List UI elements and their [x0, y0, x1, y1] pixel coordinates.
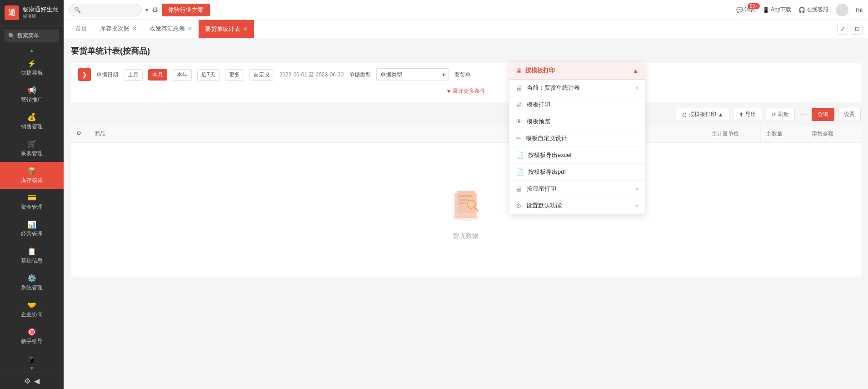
- order-qty-label: 要货单: [454, 71, 471, 79]
- tab-inventory-batch-close[interactable]: ✕: [132, 25, 137, 32]
- empty-text: 暂无数据: [453, 232, 479, 240]
- dropdown-collapse-icon[interactable]: ▲: [633, 67, 639, 74]
- filter-toggle-arrow[interactable]: ❯: [78, 68, 91, 81]
- print-template-btn[interactable]: 🖨 按模板打印 ▲: [676, 108, 729, 121]
- date-range-display: 2023-06-01 至 2023-06-30: [279, 71, 344, 79]
- sidebar-item-guide[interactable]: 🎯 新手引导: [0, 323, 64, 350]
- expand-filter-btn[interactable]: ▼ 展开更多条件: [443, 86, 489, 97]
- app-download-btn[interactable]: 📱 App下载: [763, 6, 791, 14]
- settings-btn[interactable]: 设置: [838, 108, 861, 121]
- export-btn[interactable]: ⬆ 导出: [733, 108, 762, 121]
- topbar-dropdown-arrow[interactable]: ▾: [145, 7, 148, 13]
- template-design-icon: ✏: [516, 135, 521, 142]
- sidebar-item-sales[interactable]: 💰 销售管理: [0, 108, 64, 135]
- topbar: 🔍 ▾ ⚙ 体验行业方案 💬 消息 99+ 📱 App下载 🎧 在线客服 Rit: [64, 0, 868, 20]
- order-type-arrow: ▾: [442, 71, 445, 78]
- template-print-label: 模板打印: [527, 101, 550, 109]
- page-body: 要货单统计表(按商品) ❯ 单据日期 上月 本月 本年 近7天 更多 自定义 2…: [64, 38, 868, 389]
- finance-icon: 💳: [27, 193, 36, 202]
- tab-inventory-batch[interactable]: 库存批次账 ✕: [94, 20, 143, 38]
- dropdown-item-template-design[interactable]: ✏ 模板自定义设计: [509, 130, 645, 147]
- dropdown-item-export-excel[interactable]: 📄 按模板导出excel: [509, 147, 645, 164]
- sidebar-item-basic[interactable]: 📋 基础信息: [0, 242, 64, 269]
- message-icon: 💬: [736, 7, 743, 13]
- purchase-label: 采购管理: [21, 150, 43, 157]
- refresh-btn[interactable]: ↺ 刷新: [766, 108, 795, 121]
- export-pdf-icon: 📄: [516, 168, 524, 176]
- filter-row: ❯ 单据日期 上月 本月 本年 近7天 更多 自定义 2023-06-01 至 …: [78, 68, 853, 81]
- more-btn[interactable]: ···: [798, 109, 808, 121]
- export-label: 导出: [745, 111, 756, 118]
- sidebar-item-purchase[interactable]: 🛒 采购管理: [0, 135, 64, 162]
- quick-nav-label: 快捷导航: [21, 69, 43, 77]
- date-btn-custom[interactable]: 自定义: [249, 69, 274, 81]
- system-label: 系统管理: [21, 284, 43, 292]
- sidebar-item-finance[interactable]: 💳 资金管理: [0, 189, 64, 216]
- sidebar-item-inventory[interactable]: 📦 库存核算: [0, 162, 64, 189]
- expand-filter-label: 展开更多条件: [453, 87, 485, 95]
- tab-income-summary[interactable]: 收发存汇总表 ✕: [143, 20, 199, 38]
- collapse-sidebar-icon[interactable]: ◀: [34, 377, 40, 385]
- settings-bottom-icon[interactable]: ⚙: [24, 377, 30, 385]
- sidebar-item-quick[interactable]: ⚡ 快捷导航: [0, 55, 64, 81]
- dropdown-current-item[interactable]: 🖨 当前：要货单统计表 ▾: [509, 80, 645, 96]
- logo-text: 畅康通好生意 标准版: [23, 6, 58, 20]
- topbar-search-box[interactable]: 🔍: [69, 4, 142, 16]
- template-design-label: 模板自定义设计: [526, 134, 567, 142]
- filter-bar: ❯ 单据日期 上月 本月 本年 近7天 更多 自定义 2023-06-01 至 …: [71, 63, 861, 102]
- date-btn-this-month[interactable]: 本月: [148, 69, 167, 81]
- dropdown-current-label: 当前：要货单统计表: [527, 84, 580, 92]
- col-settings: ⚙: [71, 126, 89, 142]
- sidebar-item-collab[interactable]: 🤝 企业协同: [0, 296, 64, 323]
- empty-state: 暂无数据: [71, 143, 861, 277]
- tab-maximize-btn[interactable]: ⤢: [837, 24, 848, 35]
- toolbar: 🖨 按模板打印 ▲ ⬆ 导出 ↺ 刷新 ··· 查询 设置: [71, 108, 861, 121]
- dropdown-display-print[interactable]: 🖨 按显示打印 ▾: [509, 181, 645, 197]
- user-avatar[interactable]: [836, 4, 848, 16]
- sidebar-item-marketing[interactable]: 📢 营销推广: [0, 81, 64, 108]
- export-excel-label: 按模板导出excel: [528, 151, 571, 159]
- date-btn-last-month[interactable]: 上月: [124, 69, 143, 81]
- purchase-icon: 🛒: [27, 140, 36, 148]
- search-menu-button[interactable]: 🔍 搜索菜单: [5, 30, 59, 42]
- topbar-right: 💬 消息 99+ 📱 App下载 🎧 在线客服 Rit: [736, 4, 863, 16]
- date-btn-more[interactable]: 更多: [225, 69, 244, 81]
- query-btn[interactable]: 查询: [812, 108, 834, 121]
- date-btn-this-year[interactable]: 本年: [173, 69, 192, 81]
- refresh-label: 刷新: [778, 111, 789, 118]
- dropdown-item-template-print[interactable]: 🖨 模板打印: [509, 96, 645, 113]
- tab-resize-btn[interactable]: ⊡: [852, 24, 863, 35]
- dropdown-set-default[interactable]: ⚙ 设置默认功能 ▾: [509, 197, 645, 214]
- sidebar-item-appcenter[interactable]: 📱 应用中心: [0, 350, 64, 364]
- sidebar: 通 畅康通好生意 标准版 🔍 搜索菜单 ▲ ⚡ 快捷导航 📢 营销推广 💰 销售…: [0, 0, 64, 389]
- svg-rect-3: [459, 195, 473, 197]
- tab-income-summary-close[interactable]: ✕: [188, 25, 192, 32]
- dropdown-set-default-left: ⚙ 设置默认功能: [516, 202, 562, 210]
- tabs-bar: 首页 库存批次账 ✕ 收发存汇总表 ✕ 要货单统计表 ✕ ⤢ ⊡: [64, 20, 868, 38]
- appcenter-icon: 📱: [27, 354, 36, 363]
- message-btn[interactable]: 💬 消息 99+: [736, 6, 755, 14]
- tab-order-stats-close[interactable]: ✕: [243, 26, 248, 32]
- message-badge: 99+: [748, 3, 760, 9]
- sidebar-item-operations[interactable]: 📊 经营管理: [0, 216, 64, 242]
- username-label[interactable]: Rit: [856, 7, 863, 13]
- dropdown-item-template-preview[interactable]: 👁 模板预览: [509, 113, 645, 130]
- topbar-gear-icon[interactable]: ⚙: [152, 5, 158, 14]
- sidebar-scroll-up[interactable]: ▲: [0, 45, 64, 55]
- tab-order-stats[interactable]: 要货单统计表 ✕: [199, 20, 254, 38]
- tab-home[interactable]: 首页: [69, 20, 94, 38]
- date-btn-7days[interactable]: 近7天: [197, 69, 219, 81]
- trial-btn[interactable]: 体验行业方案: [162, 4, 210, 16]
- sidebar-scroll-down[interactable]: ▼: [0, 364, 64, 373]
- date-filter-label: 单据日期: [96, 71, 118, 79]
- expand-filter-icon: ▼: [446, 88, 452, 95]
- tabs-actions: ⤢ ⊡: [837, 24, 863, 35]
- order-type-select[interactable]: 单据类型 ▾: [376, 68, 449, 81]
- dropdown-item-export-pdf[interactable]: 📄 按模板导出pdf: [509, 164, 645, 181]
- sidebar-item-system[interactable]: ⚙️ 系统管理: [0, 269, 64, 296]
- sales-label: 销售管理: [21, 123, 43, 131]
- template-preview-label: 模板预览: [527, 117, 550, 126]
- tab-order-stats-label: 要货单统计表: [205, 25, 240, 33]
- online-service-btn[interactable]: 🎧 在线客服: [798, 6, 828, 14]
- service-icon: 🎧: [798, 7, 805, 13]
